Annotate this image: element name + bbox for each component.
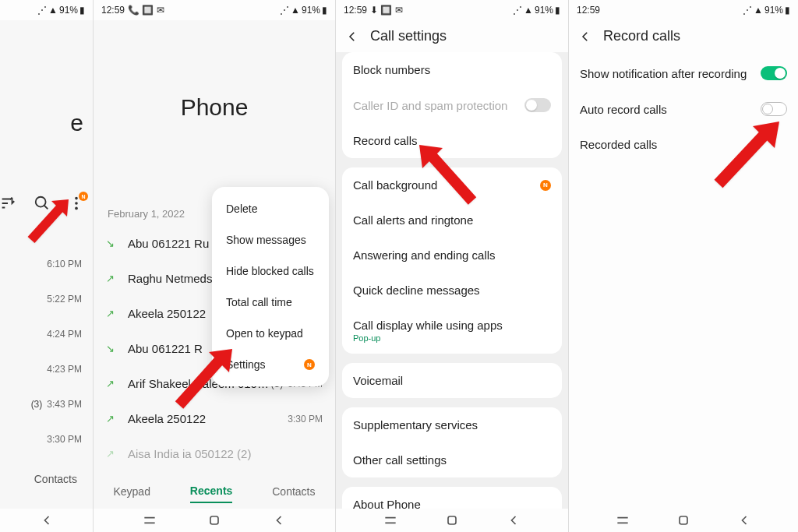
outgoing-call-icon: ↗ <box>106 273 118 284</box>
toggle-on[interactable] <box>761 66 787 80</box>
setting-supplementary[interactable]: Supplementary services <box>342 407 562 442</box>
nav-back-icon[interactable] <box>39 513 55 528</box>
setting-call-display[interactable]: Call display while using appsPop-up <box>342 308 562 354</box>
signal-icon: ▲ <box>48 5 58 16</box>
setting-quick-decline[interactable]: Quick decline messages <box>342 273 562 308</box>
nav-back-icon[interactable] <box>506 513 521 528</box>
incoming-call-icon: ↘ <box>106 343 118 354</box>
call-time: 4:23 PM <box>47 364 82 375</box>
menu-delete[interactable]: Delete <box>212 193 329 224</box>
toggle-off[interactable] <box>524 98 551 112</box>
tab-contacts[interactable]: Contacts <box>272 481 315 502</box>
call-time: 3:30 PM <box>47 434 82 445</box>
status-bar: 12:59 ⋰▲91%▮ <box>569 0 798 20</box>
call-time: 6:10 PM <box>47 259 82 270</box>
setting-caller-id[interactable]: Caller ID and spam protection <box>342 87 562 123</box>
setting-other[interactable]: Other call settings <box>342 442 562 477</box>
setting-auto-record[interactable]: Auto record calls <box>580 91 787 127</box>
menu-hide-blocked[interactable]: Hide blocked calls <box>212 255 329 287</box>
nav-home-icon[interactable] <box>207 513 222 528</box>
menu-total-time[interactable]: Total call time <box>212 287 329 318</box>
setting-label: Call background <box>353 178 437 192</box>
record-calls-screen: 12:59 ⋰▲91%▮ Record calls Show notificat… <box>569 0 798 532</box>
tab-recents[interactable]: Recents <box>190 480 232 503</box>
svg-point-3 <box>75 207 78 210</box>
menu-label: Hide blocked calls <box>226 265 314 277</box>
setting-label: Auto record calls <box>580 103 667 116</box>
call-row[interactable]: ↗Akeela 2501223:30 PM <box>94 401 335 436</box>
status-icons: ⬇ 🔲 ✉ <box>370 5 403 16</box>
outgoing-call-icon: ↗ <box>106 308 118 319</box>
call-time: 4:24 PM <box>47 329 82 340</box>
notification-badge: N <box>79 192 88 201</box>
setting-answering[interactable]: Answering and ending calls <box>342 238 562 273</box>
setting-label: Block numbers <box>353 63 430 76</box>
setting-label: About Phone <box>353 498 421 509</box>
setting-about-phone[interactable]: About Phone <box>342 487 562 509</box>
navigation-bar <box>0 509 93 532</box>
nav-recents-icon[interactable] <box>383 513 398 528</box>
setting-recorded-calls[interactable]: Recorded calls <box>580 127 787 162</box>
nav-home-icon[interactable] <box>676 513 691 528</box>
menu-label: Delete <box>226 203 257 215</box>
status-time: 12:59 <box>344 5 367 16</box>
nav-recents-icon[interactable] <box>615 513 630 528</box>
svg-rect-6 <box>680 516 687 524</box>
nav-back-icon[interactable] <box>271 513 287 528</box>
svg-point-2 <box>75 202 78 205</box>
tab-keypad[interactable]: Keypad <box>113 481 150 502</box>
status-icons: 📞 🔲 ✉ <box>128 5 164 16</box>
setting-alerts-ringtone[interactable]: Call alerts and ringtone <box>342 203 562 238</box>
setting-call-background[interactable]: Call backgroundN <box>342 167 562 203</box>
phone-recents-screen: 12:59 📞 🔲 ✉ ⋰▲91%▮ Phone February 1, 202… <box>94 0 336 532</box>
call-time: 5:22 PM <box>47 294 82 305</box>
call-time: 3:30 PM <box>288 414 323 425</box>
phone-title-fragment: e <box>70 110 83 136</box>
bottom-tabs: Keypad Recents Contacts <box>94 474 335 509</box>
battery-pct: 91% <box>535 5 553 16</box>
nav-back-icon[interactable] <box>736 513 752 528</box>
back-icon[interactable] <box>345 30 359 44</box>
svg-rect-5 <box>448 516 456 524</box>
navigation-bar <box>569 509 798 532</box>
nav-home-icon[interactable] <box>444 513 460 528</box>
phone-title: Phone <box>94 94 335 121</box>
setting-sublabel: Pop-up <box>353 333 503 343</box>
outgoing-call-icon: ↗ <box>106 448 118 460</box>
toggle-off[interactable] <box>761 102 787 116</box>
call-settings-screen: 12:59 ⬇ 🔲 ✉ ⋰▲91%▮ Call settings Block n… <box>336 0 569 532</box>
call-count: (3) <box>31 399 43 410</box>
setting-block-numbers[interactable]: Block numbers <box>342 52 562 87</box>
menu-open-keypad[interactable]: Open to keypad <box>212 318 329 349</box>
caller-name: Akeela 250122 <box>128 412 288 425</box>
wifi-icon: ⋰ <box>513 5 522 16</box>
setting-label: Recorded calls <box>580 138 657 151</box>
battery-icon: ▮ <box>785 5 790 16</box>
setting-show-notification[interactable]: Show notification after recording <box>580 55 787 91</box>
status-time: 12:59 <box>101 5 125 16</box>
nav-recents-icon[interactable] <box>142 513 157 528</box>
call-time: 3:43 PM <box>47 399 82 410</box>
record-settings-list: Show notification after recording Auto r… <box>569 52 798 509</box>
call-row[interactable]: ↗Aisa India ia 050122 (2) <box>94 436 335 471</box>
navigation-bar <box>336 509 568 532</box>
search-icon[interactable] <box>34 195 51 212</box>
filter-icon[interactable] <box>0 195 16 212</box>
incoming-call-icon: ↘ <box>106 238 118 249</box>
signal-icon: ▲ <box>524 5 533 16</box>
menu-settings[interactable]: SettingsN <box>212 349 329 380</box>
tab-contacts[interactable]: Contacts <box>0 473 93 485</box>
back-icon[interactable] <box>578 30 592 44</box>
battery-pct: 91% <box>59 5 78 16</box>
setting-voicemail[interactable]: Voicemail <box>342 363 562 398</box>
setting-record-calls[interactable]: Record calls <box>342 123 562 158</box>
menu-show-messages[interactable]: Show messages <box>212 224 329 255</box>
recents-times-partial: 6:10 PM 5:22 PM 4:24 PM 4:23 PM (3)3:43 … <box>0 246 93 456</box>
setting-label: Show notification after recording <box>580 67 747 80</box>
more-icon[interactable]: N <box>68 195 85 212</box>
battery-pct: 91% <box>302 5 320 16</box>
header: Call settings <box>336 20 568 52</box>
wifi-icon: ⋰ <box>280 5 289 16</box>
header: Record calls <box>569 20 798 52</box>
phone-screen-partial: ⋰ ▲ 91% ▮ e N 6:10 PM 5:22 PM 4:24 PM 4:… <box>0 0 94 532</box>
